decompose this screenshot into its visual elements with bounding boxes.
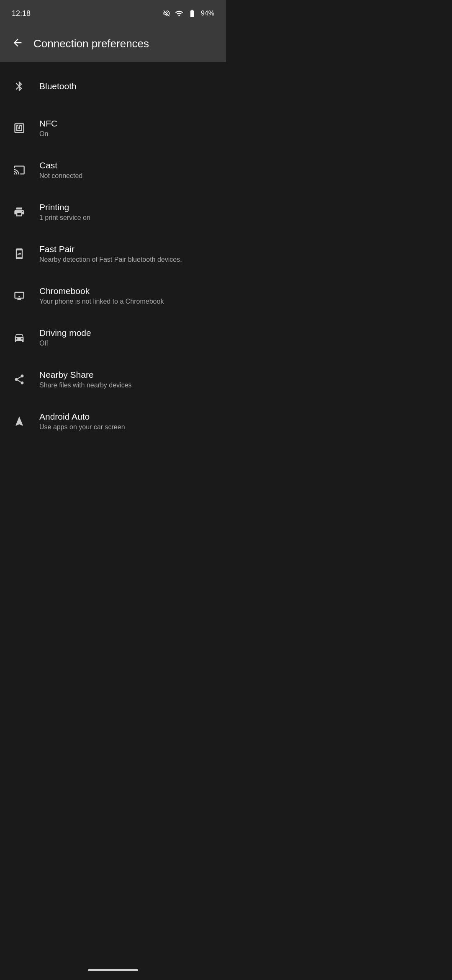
settings-item-fastpair[interactable]: Fast Pair Nearby detection of Fast Pair … [0,233,226,275]
mute-icon [162,9,171,18]
settings-item-printing[interactable]: Printing 1 print service on [0,191,226,233]
settings-item-nearbyshare[interactable]: Nearby Share Share files with nearby dev… [0,358,226,400]
battery-percentage: 94% [201,10,214,17]
toolbar: Connection preferences [0,25,226,62]
wifi-icon [175,9,183,18]
printing-title: Printing [39,202,90,212]
settings-item-androidauto[interactable]: Android Auto Use apps on your car screen [0,400,226,442]
status-time: 12:18 [12,9,31,18]
status-bar: 12:18 94% [0,0,226,25]
nfc-title: NFC [39,119,57,129]
nfc-icon [12,122,27,134]
back-button[interactable] [10,35,25,52]
page-title: Connection preferences [33,37,149,50]
nearbyshare-subtitle: Share files with nearby devices [39,382,132,389]
androidauto-icon [12,415,27,427]
battery-icon [187,9,197,18]
cast-icon [12,164,27,176]
settings-item-cast[interactable]: Cast Not connected [0,149,226,191]
driving-icon [12,332,27,343]
bluetooth-title: Bluetooth [39,81,77,91]
cast-text: Cast Not connected [39,160,82,180]
settings-item-driving[interactable]: Driving mode Off [0,317,226,358]
bluetooth-icon [12,80,27,92]
fastpair-title: Fast Pair [39,244,182,254]
driving-title: Driving mode [39,328,91,338]
cast-subtitle: Not connected [39,172,82,180]
settings-item-nfc[interactable]: NFC On [0,107,226,149]
nfc-subtitle: On [39,130,57,138]
print-icon [12,206,27,218]
fastpair-text: Fast Pair Nearby detection of Fast Pair … [39,244,182,263]
androidauto-subtitle: Use apps on your car screen [39,423,125,431]
driving-text: Driving mode Off [39,328,91,347]
chromebook-title: Chromebook [39,286,164,296]
chromebook-text: Chromebook Your phone is not linked to a… [39,286,164,305]
status-icons: 94% [162,9,214,18]
settings-item-bluetooth[interactable]: Bluetooth [0,65,226,107]
printing-text: Printing 1 print service on [39,202,90,222]
fastpair-subtitle: Nearby detection of Fast Pair bluetooth … [39,256,182,263]
nfc-text: NFC On [39,119,57,138]
chromebook-subtitle: Your phone is not linked to a Chromebook [39,298,164,305]
chromebook-icon [12,290,27,302]
fastpair-icon [12,248,27,260]
androidauto-text: Android Auto Use apps on your car screen [39,412,125,431]
nearbyshare-title: Nearby Share [39,370,132,380]
settings-list: Bluetooth NFC On Cast Not connected [0,62,226,442]
nearbyshare-icon [12,374,27,385]
bluetooth-text: Bluetooth [39,81,77,91]
settings-item-chromebook[interactable]: Chromebook Your phone is not linked to a… [0,275,226,317]
driving-subtitle: Off [39,340,91,347]
androidauto-title: Android Auto [39,412,125,422]
cast-title: Cast [39,160,82,170]
printing-subtitle: 1 print service on [39,214,90,222]
nearbyshare-text: Nearby Share Share files with nearby dev… [39,370,132,389]
